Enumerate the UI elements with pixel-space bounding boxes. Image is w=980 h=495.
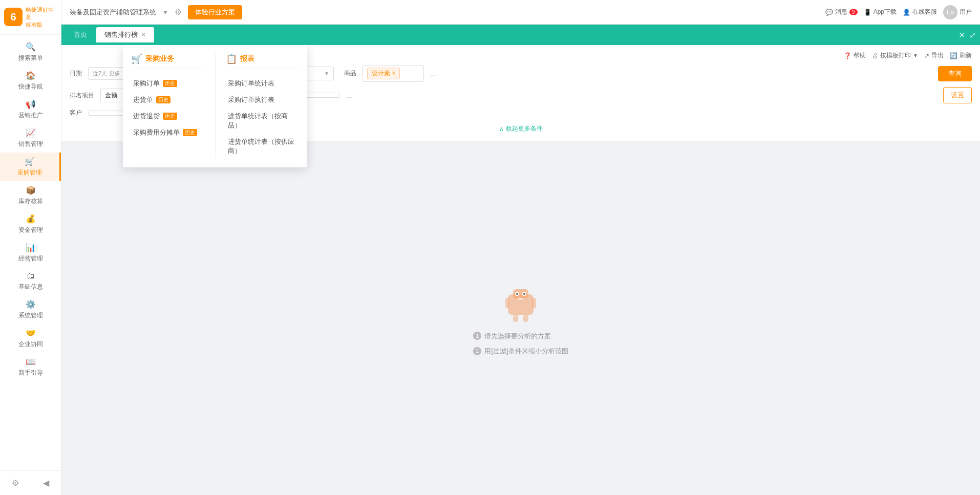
tab-close-window-icon[interactable]: ✕ — [958, 30, 965, 40]
help-icon: ❓ — [844, 52, 851, 59]
sidebar-item-sales[interactable]: 📈销售管理 — [0, 124, 61, 153]
industry-btn[interactable]: 体验行业方案 — [188, 5, 242, 19]
refresh-icon: 🔄 — [950, 52, 957, 59]
sidebar-item-label: 新手引导 — [18, 369, 43, 377]
sidebar-item-quick-nav[interactable]: 🏠快捷导航 — [0, 67, 61, 95]
salesman-dots-btn[interactable]: ... — [346, 91, 352, 99]
collapse-sidebar-btn[interactable]: ◀ — [39, 476, 53, 490]
settings-bottom-btn[interactable]: ⚙ — [8, 476, 23, 490]
user-btn[interactable]: Ea 用户 — [943, 5, 972, 19]
ranking-label: 排名项目 — [70, 91, 94, 100]
search-icon: 🔍 — [26, 42, 36, 52]
toolbar-right: ❓ 帮助 🖨 按模板打印 ▼ ↗ 导出 🔄 — [844, 51, 972, 60]
finance-icon: 💰 — [26, 214, 36, 224]
tab-bar: 首页 销售排行榜 ✕ ✕ ⤢ — [61, 25, 980, 45]
svg-point-4 — [516, 293, 518, 295]
product-dots-btn[interactable]: ... — [430, 70, 436, 78]
menu-item-inbound-stats-supplier[interactable]: 进货单统计表（按供应商） — [226, 134, 300, 159]
date-label: 日期 — [70, 69, 82, 78]
tab-home[interactable]: 首页 — [66, 27, 95, 42]
sidebar-item-label: 采购管理 — [17, 168, 42, 177]
logo-text: 畅捷通好生意 标准版 — [26, 6, 57, 28]
print-icon: 🖨 — [872, 52, 878, 59]
query-btn[interactable]: 查询 — [938, 66, 972, 81]
help-btn[interactable]: ❓ 帮助 — [844, 51, 866, 60]
svg-rect-10 — [523, 315, 528, 322]
collapse-arrow-icon: ∧ — [499, 125, 504, 133]
print-dropdown-icon: ▼ — [913, 53, 918, 58]
sidebar-item-purchase[interactable]: 🛒采购管理 — [0, 153, 61, 181]
menu-item-expense[interactable]: 采购费用分摊单 历史 — [131, 124, 205, 141]
sidebar: 6 畅捷通好生意 标准版 🔍搜索菜单🏠快捷导航📢营销推广📈销售管理🛒采购管理📦库… — [0, 0, 61, 495]
tab-sales-ranking[interactable]: 销售排行榜 ✕ — [96, 27, 154, 42]
sidebar-item-operation[interactable]: 📊经营管理 — [0, 239, 61, 267]
svg-rect-7 — [505, 298, 509, 308]
svg-rect-6 — [518, 298, 523, 299]
svg-rect-9 — [513, 315, 518, 322]
purchase-section-icon: 🛒 — [131, 53, 142, 64]
message-btn[interactable]: 💬 消息 9 — [825, 8, 858, 16]
sidebar-item-label: 销售管理 — [18, 140, 43, 148]
service-icon: 👤 — [903, 9, 910, 16]
status-dropdown-icon: ▼ — [324, 71, 329, 76]
user-avatar: Ea — [943, 5, 957, 19]
svg-point-5 — [523, 293, 525, 295]
sidebar-item-finance[interactable]: 💰资金管理 — [0, 210, 61, 239]
print-btn[interactable]: 🖨 按模板打印 ▼ — [872, 51, 918, 60]
sidebar-item-newbie[interactable]: 📖新手引导 — [0, 353, 61, 381]
sidebar-item-basic[interactable]: 🗂基础信息 — [0, 267, 61, 295]
tab-expand-icon[interactable]: ⤢ — [969, 30, 976, 40]
enterprise-icon: 🤝 — [26, 328, 36, 338]
sidebar-item-label: 搜索菜单 — [18, 54, 43, 62]
sidebar-item-search[interactable]: 🔍搜索菜单 — [0, 38, 61, 67]
export-icon: ↗ — [924, 52, 929, 59]
customer-label: 客户 — [70, 109, 82, 117]
product-filter[interactable]: 设计素 × — [363, 65, 424, 82]
sidebar-item-label: 基础信息 — [18, 283, 43, 291]
menu-item-inbound-stats-product[interactable]: 进货单统计表（按商品） — [226, 108, 300, 134]
sidebar-item-enterprise[interactable]: 🤝企业协同 — [0, 324, 61, 353]
menu-item-inbound[interactable]: 进货单 历史 — [131, 92, 205, 108]
system-title: 装备及固定资产辅助管理系统 — [70, 8, 156, 17]
menu-item-purchase-order-stats[interactable]: 采购订单统计表 — [226, 75, 300, 92]
menu-item-return[interactable]: 进货退货 历史 — [131, 108, 205, 124]
tab-close-icon[interactable]: ✕ — [141, 31, 146, 38]
message-icon: 💬 — [825, 9, 833, 16]
operation-icon: 📊 — [26, 243, 36, 252]
newbie-icon: 📖 — [26, 357, 36, 367]
settings-icon[interactable]: ⚙ — [175, 7, 182, 17]
product-tag: 设计素 × — [367, 68, 400, 79]
sidebar-item-label: 经营管理 — [18, 254, 43, 263]
menu-item-purchase-order-exec[interactable]: 采购订单执行表 — [226, 92, 300, 108]
purchase-icon: 🛒 — [25, 157, 35, 166]
sidebar-item-system[interactable]: ⚙️系统管理 — [0, 295, 61, 324]
system-icon: ⚙️ — [26, 299, 36, 309]
report-section-title: 📋 报表 — [226, 53, 300, 69]
report-section-icon: 📋 — [226, 53, 237, 64]
report-menu-section: 📋 报表 采购订单统计表 采购订单执行表 进货单统计表（按商品） 进货单统计表（… — [226, 53, 300, 159]
sidebar-item-label: 库存核算 — [18, 197, 43, 206]
basic-icon: 🗂 — [27, 271, 35, 281]
dropdown-menu: 🛒 采购业务 采购订单 历史 进货单 历史 进货退货 历史 — [123, 45, 307, 167]
app-download-btn[interactable]: 📱 App下载 — [864, 8, 897, 16]
online-service-btn[interactable]: 👤 在线客服 — [903, 8, 937, 16]
content-area: 🛒 采购业务 采购订单 历史 进货单 历史 进货退货 历史 — [61, 45, 980, 495]
empty-hint-1: 1 请先选择要分析的方案 — [473, 330, 568, 342]
refresh-btn[interactable]: 🔄 刷新 — [950, 51, 972, 60]
settings-btn[interactable]: 设置 — [943, 87, 972, 103]
menu-item-purchase-order[interactable]: 采购订单 历史 — [131, 75, 205, 92]
sidebar-item-marketing[interactable]: 📢营销推广 — [0, 95, 61, 124]
sidebar-item-label: 资金管理 — [18, 226, 43, 234]
product-label: 商品 — [344, 69, 356, 78]
empty-hint-2: 2 用[过滤]条件来缩小分析范围 — [473, 345, 568, 357]
sidebar-item-label: 系统管理 — [18, 311, 43, 320]
purchase-menu-section: 🛒 采购业务 采购订单 历史 进货单 历史 进货退货 历史 — [131, 53, 205, 159]
empty-state: 1 请先选择要分析的方案 2 用[过滤]条件来缩小分析范围 — [61, 142, 980, 495]
phone-icon: 📱 — [864, 9, 871, 16]
sidebar-nav: 🔍搜索菜单🏠快捷导航📢营销推广📈销售管理🛒采购管理📦库存核算💰资金管理📊经营管理… — [0, 35, 61, 470]
dropdown-arrow-icon[interactable]: ▼ — [162, 9, 168, 16]
sidebar-bottom: ⚙ ◀ — [0, 470, 61, 495]
marketing-icon: 📢 — [26, 99, 36, 109]
export-btn[interactable]: ↗ 导出 — [924, 51, 944, 60]
sidebar-item-inventory[interactable]: 📦库存核算 — [0, 181, 61, 210]
